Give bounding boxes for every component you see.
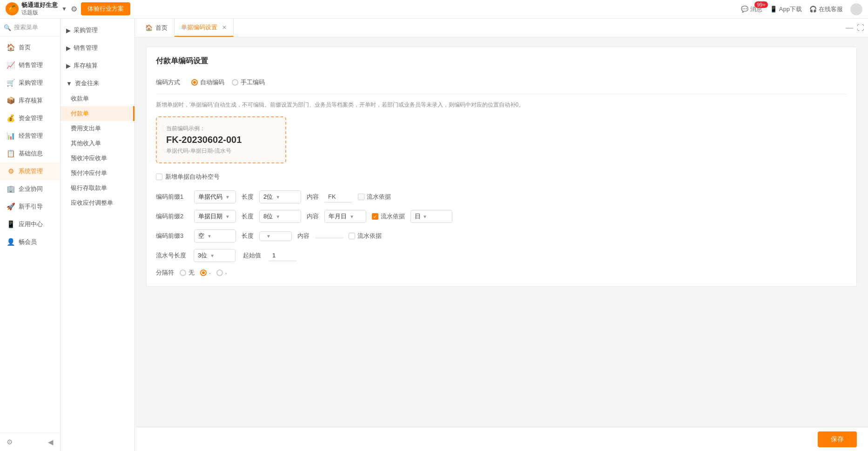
sidebar-item-guide[interactable]: 🚀 新手引导	[0, 198, 60, 215]
sub-item-receipt[interactable]: 收款单	[61, 91, 135, 106]
chevron-down-icon: ▼	[276, 214, 280, 219]
workspace-dropdown[interactable]: ▼	[61, 6, 67, 12]
sub-group-inventory-title[interactable]: ▶ 库存核算	[61, 58, 135, 74]
flow2-checkbox[interactable]: ✓	[372, 213, 378, 220]
operations-icon: 📊	[7, 132, 15, 140]
tab-home[interactable]: 🏠 首页	[139, 19, 175, 37]
auto-encode-radio-btn	[191, 79, 198, 86]
length1-select[interactable]: 2位 ▼	[259, 190, 301, 203]
content2-select[interactable]: 年月日 ▼	[324, 210, 366, 223]
sub-item-bank-deposit[interactable]: 银行存取款单	[61, 181, 135, 195]
prefix1-select[interactable]: 单据代码 ▼	[194, 190, 236, 203]
chevron-down-icon: ▼	[350, 214, 354, 219]
chevron-right-icon: ▶	[66, 62, 71, 69]
chevron-down-icon: ▼	[66, 80, 72, 87]
search-menu[interactable]: 🔍 搜索菜单	[0, 19, 60, 37]
sidebar-item-basics[interactable]: 📋 基础信息	[0, 145, 60, 162]
content1-value: FK	[324, 191, 352, 202]
sub-item-payment[interactable]: 付款单	[61, 106, 135, 121]
auto-fill-checkbox[interactable]	[156, 174, 162, 180]
guide-icon: 🚀	[7, 202, 15, 211]
sub-item-prepay-receivable[interactable]: 预收冲应收单	[61, 151, 135, 166]
tab-encoding-settings[interactable]: 单据编码设置 ✕	[175, 19, 234, 37]
sidebar-item-inventory[interactable]: 📦 库存核算	[0, 92, 60, 109]
preview-desc: 单据代码-单据日期-流水号	[166, 147, 276, 155]
chevron-right-icon: ▶	[66, 27, 71, 34]
top-bar-left: 🍊 畅通道好生意 话题版 ▼ ⚙ 体验行业方案	[6, 1, 130, 16]
sub-group-purchase-title[interactable]: ▶ 采购管理	[61, 22, 135, 38]
settings-card: 付款单编码设置 编码方式 自动编码 手工编码 新增单据时，'单据编码'自动生成，…	[146, 47, 857, 287]
settings-icon[interactable]: ⚙	[71, 5, 77, 13]
tabs-bar-actions: — ⛶	[846, 24, 864, 32]
prefix3-select[interactable]: 空 ▼	[194, 229, 236, 242]
sub-group-capital: ▼ 资金往来 收款单 付款单 费用支出单 其他收入单 预收冲应收单 预付冲应付单…	[61, 75, 135, 210]
sub-item-prepay-payable[interactable]: 预付冲应付单	[61, 166, 135, 181]
main-sidebar: 🔍 搜索菜单 🏠 首页 📈 销售管理 🛒 采购管理 📦 库存核算 💰	[0, 19, 61, 451]
config-row-2: 编码前缀2 单据日期 ▼ 长度 8位 ▼ 内容 年月日 ▼	[156, 210, 847, 223]
trial-button[interactable]: 体验行业方案	[81, 2, 130, 15]
serial-row: 流水号长度 3位 ▼ 起始值 1	[156, 249, 847, 262]
flow1-checkbox-row[interactable]: 流水依据	[358, 193, 391, 201]
member-icon: 👤	[7, 238, 15, 246]
sidebar-item-sales[interactable]: 📈 销售管理	[0, 56, 60, 74]
sub-group-sales-title[interactable]: ▶ 销售管理	[61, 40, 135, 56]
top-bar-right: 💬 消息 99+ 📱 App下载 🎧 在线客服	[741, 3, 862, 15]
sub-group-sales: ▶ 销售管理	[61, 40, 135, 56]
footer-bar: 保存	[135, 427, 868, 451]
sep-dot-radio[interactable]: ·	[200, 269, 211, 276]
save-button[interactable]: 保存	[818, 431, 857, 447]
footer-collapse-icon[interactable]: ◀	[48, 438, 54, 446]
encode-method-row: 编码方式 自动编码 手工编码	[156, 74, 847, 94]
online-service-button[interactable]: 🎧 在线客服	[809, 5, 843, 13]
sep-dot-radio-btn	[200, 269, 207, 276]
sidebar-item-system[interactable]: ⚙ 系统管理	[0, 162, 60, 180]
chevron-down-icon: ▼	[266, 234, 271, 239]
sidebar-item-apps[interactable]: 📱 应用中心	[0, 215, 60, 233]
length2-select[interactable]: 8位 ▼	[259, 210, 301, 223]
chevron-down-icon: ▼	[207, 234, 212, 239]
tab-close-icon[interactable]: ✕	[222, 24, 227, 31]
maximize-icon[interactable]: ⛶	[857, 24, 864, 32]
top-bar: 🍊 畅通道好生意 话题版 ▼ ⚙ 体验行业方案 💬 消息 99+ 📱 App下载…	[0, 0, 868, 19]
sub-item-other-income[interactable]: 其他收入单	[61, 136, 135, 151]
sidebar-item-finance[interactable]: 💰 资金管理	[0, 109, 60, 127]
message-button[interactable]: 💬 消息 99+	[741, 5, 762, 13]
user-avatar[interactable]	[850, 3, 862, 15]
chevron-down-icon: ▼	[276, 195, 280, 200]
home-tab-icon: 🏠	[145, 24, 153, 31]
flow1-checkbox[interactable]	[358, 194, 364, 200]
sidebar-item-operations[interactable]: 📊 经营管理	[0, 127, 60, 145]
sub-item-ap-ar-adjust[interactable]: 应收应付调整单	[61, 195, 135, 210]
serial-length-select[interactable]: 3位 ▼	[194, 249, 236, 262]
sidebar-item-enterprise[interactable]: 🏢 企业协同	[0, 180, 60, 198]
main-area: 🏠 首页 单据编码设置 ✕ — ⛶ 付款单编码设置 编码方式	[135, 19, 868, 451]
sidebar-item-member[interactable]: 👤 畅会员	[0, 233, 60, 251]
page-title: 付款单编码设置	[156, 56, 847, 66]
start-value: 1	[269, 250, 296, 261]
flow3-checkbox[interactable]	[349, 233, 355, 239]
sidebar-item-purchase[interactable]: 🛒 采购管理	[0, 74, 60, 92]
flow2-checkbox-row[interactable]: ✓ 流水依据	[372, 212, 405, 221]
sep-none-radio[interactable]: 无	[180, 269, 195, 277]
length3-select[interactable]: ▼	[259, 231, 292, 241]
app-download-button[interactable]: 📱 App下载	[770, 5, 802, 13]
sub-group-capital-title[interactable]: ▼ 资金往来	[61, 75, 135, 91]
flow3-checkbox-row[interactable]: 流水依据	[349, 232, 382, 240]
chevron-down-icon: ▼	[225, 195, 230, 200]
prefix2-select[interactable]: 单据日期 ▼	[194, 210, 236, 223]
config-row-3: 编码前缀3 空 ▼ 长度 ▼ 内容 流水依据	[156, 229, 847, 242]
manual-encode-radio[interactable]: 手工编码	[232, 78, 265, 87]
auto-encode-radio[interactable]: 自动编码	[191, 78, 224, 87]
minimize-icon[interactable]: —	[846, 24, 853, 32]
info-text: 新增单据时，'单据编码'自动生成，不可编辑。前缀设置为部门、业务员等档案类，开单…	[156, 101, 847, 109]
sep-none-radio-btn	[180, 269, 186, 276]
flow2-unit-select[interactable]: 日 ▼	[410, 210, 452, 223]
purchase-icon: 🛒	[7, 79, 15, 87]
chevron-down-icon: ▼	[423, 214, 427, 219]
system-icon: ⚙	[7, 167, 15, 175]
sub-item-expense[interactable]: 费用支出单	[61, 121, 135, 136]
config-row-1: 编码前缀1 单据代码 ▼ 长度 2位 ▼ 内容 FK 流水依据	[156, 190, 847, 203]
sidebar-item-home[interactable]: 🏠 首页	[0, 39, 60, 56]
footer-settings-icon[interactable]: ⚙	[7, 438, 13, 446]
sep-dash-radio[interactable]: ·	[216, 269, 227, 276]
